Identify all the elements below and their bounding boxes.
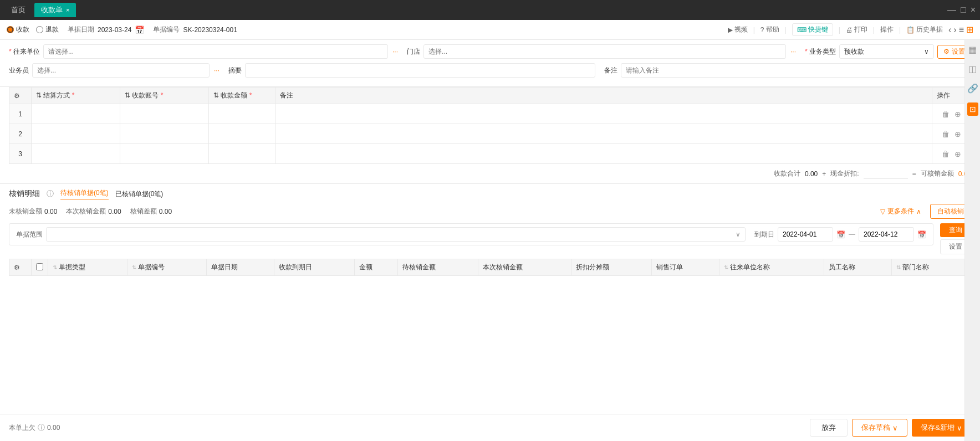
tab-pending[interactable]: 待核销单据(0笔) — [60, 188, 109, 199]
grid-view-button[interactable]: ⊞ — [966, 24, 973, 35]
table-row: 2 🗑 ⊕ — [9, 124, 971, 144]
list-view-button[interactable]: ≡ — [959, 24, 964, 35]
partner-input[interactable] — [43, 44, 388, 59]
discount-input[interactable] — [864, 168, 908, 179]
verify-stats: 未核销金额 0.00 本次核销金额 0.00 核销差额 0.00 ▽ 更多条件 … — [9, 204, 971, 219]
filter-date-to[interactable] — [859, 227, 914, 242]
staff-input[interactable] — [32, 63, 210, 78]
row-1-amount[interactable] — [209, 104, 275, 124]
footer-info: 本单上欠 ⓘ 0.00 — [9, 423, 60, 433]
calendar-to-icon[interactable]: 📅 — [917, 230, 926, 239]
radio-receipt[interactable]: 收款 — [7, 25, 29, 34]
sidebar-icon-table[interactable]: ▦ — [968, 44, 977, 55]
current-stat: 本次核销金额 0.00 — [66, 207, 121, 216]
filter-row: 单据范围 ∨ 到期日 📅 — 📅 — [9, 223, 933, 245]
prev-button[interactable]: ‹ — [948, 24, 951, 35]
history-button[interactable]: 📋 历史单据 — [906, 25, 943, 34]
col-pending: 待核销金额 — [397, 259, 478, 276]
footer: 本单上欠 ⓘ 0.00 放弃 保存草稿 ∨ 保存&新增 ∨ — [0, 414, 980, 441]
remark-input[interactable] — [621, 63, 971, 78]
verify-settings-col[interactable]: ⚙ — [9, 259, 32, 276]
row-1-remark[interactable] — [275, 104, 932, 124]
row-1-account[interactable] — [120, 104, 209, 124]
row-2-account[interactable] — [120, 124, 209, 144]
col-dept[interactable]: 部门名称 — [892, 259, 971, 276]
staff-more-icon[interactable]: ··· — [214, 66, 220, 74]
summary-field: 摘要 — [228, 63, 595, 78]
toolbar: 收款 退款 单据日期 2023-03-24 📅 单据编号 SK-20230324… — [0, 20, 980, 40]
copy-icon[interactable]: ⊕ — [955, 130, 961, 139]
more-conditions-button[interactable]: ▽ 更多条件 ∧ — [880, 207, 921, 216]
calendar-icon[interactable]: 📅 — [135, 25, 144, 34]
verify-section: 核销明细 ⓘ 待核销单据(0笔) 已核销单据(0笔) 未核销金额 0.00 本次… — [0, 184, 980, 414]
next-button[interactable]: › — [953, 24, 956, 35]
biz-type-select[interactable]: 预收款 ∨ — [839, 44, 934, 59]
shortcut-button[interactable]: ⌨ 快捷键 — [792, 23, 833, 36]
number-field: 单据编号 SK-20230324-001 — [153, 25, 237, 34]
delete-icon[interactable]: 🗑 — [942, 130, 950, 139]
row-1-settle[interactable] — [32, 104, 120, 124]
filter-date-from[interactable] — [778, 227, 833, 242]
radio-refund[interactable]: 退款 — [36, 25, 59, 34]
store-more-icon[interactable]: ··· — [790, 48, 796, 55]
sidebar-icon-doc[interactable]: ◫ — [968, 64, 977, 74]
print-button[interactable]: 🖨 打印 — [846, 25, 867, 34]
video-button[interactable]: ▶ 视频 — [728, 25, 748, 34]
store-input[interactable] — [423, 44, 786, 59]
store-label: 门店 — [407, 47, 420, 57]
verify-table: ⚙ 单据类型 单据编号 单据日期 收款到期日 金额 待核销金额 本次核销金额 折… — [9, 259, 971, 276]
window-max-button[interactable]: □ — [961, 5, 966, 15]
verify-checkbox-col[interactable] — [32, 259, 48, 276]
store-field: 门店 ··· — [407, 44, 796, 59]
verify-header: 核销明细 ⓘ 待核销单据(0笔) 已核销单据(0笔) — [9, 188, 971, 199]
tab-bar: 首页 收款单 × — □ × — [0, 0, 980, 20]
tab-done[interactable]: 已核销单据(0笔) — [115, 189, 164, 199]
col-type[interactable]: 单据类型 — [48, 259, 127, 276]
window-close-button[interactable]: × — [971, 5, 976, 15]
row-2-remark[interactable] — [275, 124, 932, 144]
row-2-amount[interactable] — [209, 124, 275, 144]
chevron-down-icon: ∨ — [957, 424, 962, 432]
summary-input[interactable] — [245, 63, 595, 78]
row-3-remark[interactable] — [275, 144, 932, 164]
tab-home[interactable]: 首页 — [4, 3, 32, 17]
row-2-settle[interactable] — [32, 124, 120, 144]
sidebar-icon-edit[interactable]: ⊡ — [967, 102, 978, 116]
calendar-from-icon[interactable]: 📅 — [836, 230, 845, 239]
row-3-settle[interactable] — [32, 144, 120, 164]
col-date: 单据日期 — [206, 259, 274, 276]
abandon-button[interactable]: 放弃 — [810, 419, 848, 437]
chevron-down-icon: ∨ — [924, 48, 929, 55]
nav-buttons: ‹ › ≡ ⊞ — [948, 24, 973, 35]
filter-container: 单据范围 ∨ 到期日 📅 — 📅 查询 设置 — [9, 223, 971, 254]
partner-more-icon[interactable]: ··· — [392, 48, 398, 55]
row-3-amount[interactable] — [209, 144, 275, 164]
history-icon: 📋 — [906, 26, 915, 34]
summary-label: 摘要 — [228, 66, 242, 75]
delete-icon[interactable]: 🗑 — [942, 110, 950, 119]
summary-row: 收款合计 0.00 + 现金折扣: = 可核销金额 0.00 — [0, 164, 980, 184]
filter-date-range: 到期日 📅 — 📅 — [754, 227, 926, 242]
copy-icon[interactable]: ⊕ — [955, 110, 961, 119]
table-settings-col[interactable]: ⚙ — [9, 88, 32, 104]
remark-label: 备注 — [604, 66, 617, 75]
save-draft-button[interactable]: 保存草稿 ∨ — [852, 419, 907, 437]
tab-close-icon[interactable]: × — [66, 7, 69, 13]
delete-icon[interactable]: 🗑 — [942, 150, 950, 158]
copy-icon[interactable]: ⊕ — [955, 150, 961, 158]
filter-range-select[interactable]: ∨ — [46, 227, 746, 242]
info-icon[interactable]: ⓘ — [38, 423, 45, 433]
sidebar-icon-link[interactable]: 🔗 — [967, 83, 978, 94]
chevron-down-icon: ∨ — [736, 230, 741, 238]
operation-button[interactable]: 操作 — [880, 25, 894, 34]
verify-title: 核销明细 — [9, 189, 40, 199]
diff-stat: 核销差额 0.00 — [130, 207, 172, 216]
row-3-account[interactable] — [120, 144, 209, 164]
tab-active[interactable]: 收款单 × — [34, 3, 76, 17]
window-min-button[interactable]: — — [947, 5, 956, 15]
col-number[interactable]: 单据编号 — [127, 259, 206, 276]
verify-info-icon[interactable]: ⓘ — [47, 189, 54, 199]
col-partner[interactable]: 往来单位名称 — [719, 259, 824, 276]
help-button[interactable]: ? 帮助 — [760, 25, 779, 34]
save-new-button[interactable]: 保存&新增 ∨ — [912, 419, 971, 437]
